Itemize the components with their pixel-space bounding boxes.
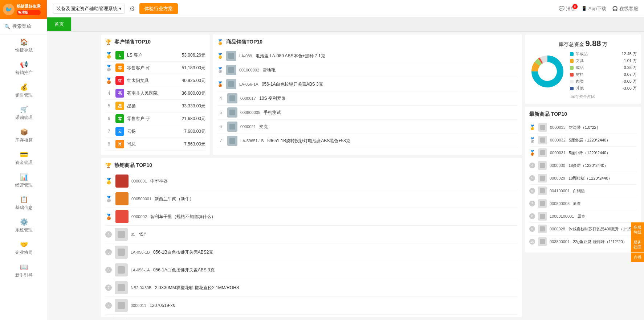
- list-item: 🥇 0000001 中华神器: [105, 172, 518, 190]
- silver-medal-icon: 🥈: [217, 67, 223, 73]
- product-thumbnail: [538, 237, 547, 246]
- placeholder-icon: [229, 95, 235, 101]
- rank-circle: 8: [529, 213, 535, 219]
- list-item: 🥇 0000033 封边带（1.0*22）: [529, 121, 637, 134]
- product-code: LA-056-1B: [131, 250, 150, 254]
- legend-item: 文具 1.01 万: [570, 58, 637, 63]
- product-thumbnail: [538, 148, 547, 157]
- table-row: 4 0000017 10S 变利罗浆: [217, 91, 518, 106]
- placeholder-icon: [229, 138, 235, 144]
- sidebar-item-0[interactable]: 🏠快捷导航: [0, 34, 47, 57]
- svg-rect-27: [540, 239, 545, 244]
- app-download-button[interactable]: 📱 App下载: [581, 5, 606, 12]
- product-thumbnail: [115, 175, 129, 188]
- customer-amount: 33,333.00元: [182, 103, 205, 109]
- silver-medal-icon: 🥈: [529, 137, 535, 143]
- legend-value: -0.05 万: [623, 79, 637, 84]
- legend-value: 12.45 万: [621, 51, 637, 57]
- rank-number: 5: [217, 110, 224, 115]
- product-name: 18多层（1220*2440）: [568, 163, 608, 168]
- left-spacer: [47, 32, 98, 320]
- list-item: 10 003800001 22g鱼豆腐·烧烤味（1*12*20）: [529, 235, 637, 248]
- customer-name: 星扬: [127, 103, 179, 109]
- table-row: 6 零 零售客户-于 21,680.00元: [105, 112, 205, 125]
- placeholder-icon: [540, 226, 545, 231]
- settings-icon[interactable]: ⚙: [129, 5, 135, 13]
- product-code: 0000017: [240, 96, 256, 100]
- product-name: 22g鱼豆腐·烧烤味（1*12*20）: [573, 239, 627, 244]
- customer-ranking-list: 🥇 L LS 客户 53,006.26元 🥈 零 零售客户-许 51,183.0…: [105, 49, 205, 151]
- rank-circle: 4: [105, 231, 112, 238]
- search-menu-button[interactable]: 🔍 搜索菜单: [3, 22, 44, 31]
- hot-products-title: 🏆 热销商品 TOP10: [105, 162, 518, 169]
- product-name: 电池盖 LA-089 ABS本色+黑种 7.1克: [256, 53, 325, 58]
- sidebar-item-2[interactable]: 💰销售管理: [0, 79, 47, 102]
- tab-home[interactable]: 首页: [47, 17, 72, 31]
- online-service-button[interactable]: 🎧 在线客服: [612, 5, 638, 12]
- svg-rect-24: [540, 201, 545, 206]
- rank-circle: 4: [529, 163, 535, 168]
- customer-badge: L: [115, 51, 124, 60]
- inventory-unit: 万: [602, 41, 607, 47]
- tab-bar: 首页: [47, 17, 644, 32]
- product-code: 0000033: [550, 125, 566, 130]
- customer-service-float-button[interactable]: 客服 热线: [631, 222, 644, 237]
- rank-number: 6: [217, 124, 224, 129]
- list-item: 8 0000011 12070519-xs: [105, 297, 518, 315]
- customer-amount: 53,006.26元: [182, 52, 205, 58]
- legend-name: 材料: [576, 72, 622, 77]
- legend-name: 半成品: [576, 51, 619, 57]
- list-item: 🥈 000500001 新西兰牛肉（新牛）: [105, 190, 518, 208]
- rank-circle: 8: [105, 302, 112, 309]
- sidebar-item-8[interactable]: ⚙️系统管理: [0, 214, 47, 237]
- customer-name: LS 客户: [127, 52, 179, 58]
- product-thumbnail: [115, 228, 128, 241]
- sidebar-item-9[interactable]: 🤝企业协同: [0, 237, 47, 259]
- table-row: 4 苍 苍南县人民医院 36,600.00元: [105, 87, 205, 100]
- trial-button[interactable]: 体验行业方案: [139, 3, 178, 14]
- svg-rect-9: [118, 266, 125, 274]
- sidebar-search-area[interactable]: 🔍 搜索菜单: [0, 19, 47, 34]
- product-code: 000500001: [131, 197, 151, 201]
- customer-name: 肖总: [127, 141, 181, 147]
- sidebar-item-3[interactable]: 🛒采购管理: [0, 102, 47, 124]
- live-float-button[interactable]: 直播: [631, 253, 644, 262]
- message-button[interactable]: 💬 消息 6: [559, 5, 575, 12]
- svg-rect-3: [229, 95, 235, 101]
- product-thumbnail: [538, 174, 547, 182]
- customer-amount: 7,680.00元: [184, 128, 205, 135]
- search-icon: 🔍: [4, 24, 10, 29]
- sidebar-item-6[interactable]: 📊经营管理: [0, 169, 47, 192]
- sidebar-item-10[interactable]: 📖新手引导: [0, 259, 47, 282]
- table-row: 5 000800005 手机测试: [217, 106, 518, 120]
- product-code: 0000030: [550, 163, 565, 168]
- sidebar-item-1[interactable]: 📢营销推广: [0, 57, 47, 79]
- customer-name: 零售客户-于: [127, 116, 179, 122]
- sidebar-item-4[interactable]: 📦库存核算: [0, 124, 47, 147]
- list-item: 5 0000029 18颗粒板（1220*2440）: [529, 172, 637, 185]
- new-products-list: 🥇 0000033 封边带（1.0*22） 🥈 0000032 5厘多层（122…: [529, 121, 637, 248]
- svg-rect-21: [540, 163, 545, 168]
- product-code: 000800008: [550, 201, 570, 206]
- legend-value: 0.25 万: [624, 65, 637, 70]
- product-info: 0000028 体城嘉枝味苏打饮品400毫升（1*15）: [550, 226, 637, 232]
- placeholder-icon: [540, 201, 545, 206]
- sidebar-item-5[interactable]: 💳资金管理: [0, 147, 47, 169]
- product-info: LA-056-1A 056-1A白色按键开关盖ABS 3克: [131, 267, 518, 273]
- customer-name: 红太阳文具: [127, 78, 179, 84]
- product-info: 0000001 中华神器: [131, 178, 518, 184]
- community-float-button[interactable]: 服务 社区: [631, 237, 644, 252]
- app-download-label: App下载: [588, 5, 606, 12]
- product-image: [227, 93, 237, 103]
- svg-rect-8: [118, 249, 125, 256]
- hot-products-panel: 🏆 热销商品 TOP10 🥇 0000001 中华神器 🥈 000500001 …: [101, 158, 522, 317]
- system-selector[interactable]: 装备及固定资产辅助管理系统 ▾: [53, 4, 125, 14]
- placeholder-icon: [228, 81, 234, 87]
- mobile-icon: 📱: [581, 6, 587, 11]
- legend-color-swatch: [570, 52, 574, 56]
- svg-rect-23: [540, 188, 545, 193]
- chevron-down-icon: ▾: [119, 6, 122, 11]
- product-thumbnail: [538, 225, 547, 233]
- sidebar-item-7[interactable]: 📋基础信息: [0, 192, 47, 214]
- product-name: 新西兰牛肉（新牛）: [155, 196, 194, 201]
